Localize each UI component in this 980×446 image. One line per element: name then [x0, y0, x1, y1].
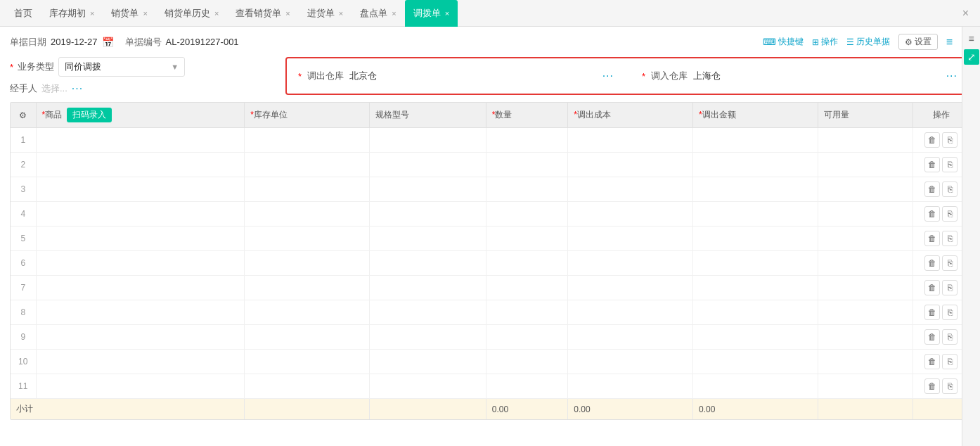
row-qty[interactable] [486, 276, 568, 300]
row-unit[interactable] [245, 251, 370, 276]
delete-row-button[interactable]: 🗑 [924, 231, 940, 246]
row-product[interactable] [36, 325, 245, 350]
tab-close-transfer-order[interactable]: × [445, 9, 449, 18]
person-select[interactable]: 选择... [41, 82, 67, 95]
row-unit[interactable] [245, 374, 370, 399]
row-unit[interactable] [245, 177, 370, 202]
row-spec[interactable] [370, 153, 486, 177]
delete-row-button[interactable]: 🗑 [924, 206, 940, 222]
delete-row-button[interactable]: 🗑 [924, 305, 940, 320]
row-cost[interactable] [568, 251, 693, 276]
row-product[interactable] [36, 251, 245, 276]
business-type-select[interactable]: 同价调拨 ▼ [58, 57, 185, 77]
row-amount[interactable] [693, 350, 818, 374]
row-amount[interactable] [693, 177, 818, 202]
row-available[interactable] [818, 276, 913, 300]
row-amount[interactable] [693, 128, 818, 153]
person-more-btn[interactable]: ··· [72, 82, 83, 95]
row-amount[interactable] [693, 300, 818, 325]
row-qty[interactable] [486, 177, 568, 202]
row-spec[interactable] [370, 251, 486, 276]
row-qty[interactable] [486, 227, 568, 251]
row-unit[interactable] [245, 300, 370, 325]
tab-close-inventory-init[interactable]: × [90, 9, 94, 18]
row-cost[interactable] [568, 227, 693, 251]
row-cost[interactable] [568, 300, 693, 325]
row-spec[interactable] [370, 177, 486, 202]
history-btn[interactable]: ☰ 历史单据 [846, 36, 890, 48]
row-product[interactable] [36, 177, 245, 202]
row-spec[interactable] [370, 374, 486, 399]
delete-row-button[interactable]: 🗑 [924, 181, 940, 197]
delete-row-button[interactable]: 🗑 [924, 354, 940, 369]
delete-row-button[interactable]: 🗑 [924, 255, 940, 271]
delete-row-button[interactable]: 🗑 [924, 280, 940, 295]
row-amount[interactable] [693, 276, 818, 300]
copy-row-button[interactable]: ⎘ [942, 255, 958, 271]
warehouse-out-more-btn[interactable]: ··· [602, 70, 614, 82]
copy-row-button[interactable]: ⎘ [942, 231, 958, 246]
row-unit[interactable] [245, 128, 370, 153]
row-available[interactable] [818, 153, 913, 177]
delete-row-button[interactable]: 🗑 [924, 329, 940, 345]
tab-close-inventory-check[interactable]: × [392, 9, 396, 18]
row-cost[interactable] [568, 153, 693, 177]
tab-close-view-sales[interactable]: × [285, 9, 290, 18]
row-available[interactable] [818, 227, 913, 251]
row-product[interactable] [36, 128, 245, 153]
row-amount[interactable] [693, 251, 818, 276]
delete-row-button[interactable]: 🗑 [924, 132, 940, 148]
row-unit[interactable] [245, 202, 370, 227]
row-available[interactable] [818, 300, 913, 325]
copy-row-button[interactable]: ⎘ [942, 157, 958, 172]
row-spec[interactable] [370, 350, 486, 374]
row-qty[interactable] [486, 300, 568, 325]
window-close-button[interactable]: × [957, 7, 974, 20]
row-available[interactable] [818, 325, 913, 350]
row-cost[interactable] [568, 128, 693, 153]
col-settings[interactable]: ⚙ [11, 103, 36, 128]
row-product[interactable] [36, 300, 245, 325]
row-qty[interactable] [486, 153, 568, 177]
tab-sales-order[interactable]: 销货单 × [103, 0, 155, 27]
copy-row-button[interactable]: ⎘ [942, 280, 958, 295]
tab-inventory-init[interactable]: 库存期初 × [41, 0, 103, 27]
copy-row-button[interactable]: ⎘ [942, 305, 958, 320]
row-amount[interactable] [693, 325, 818, 350]
settings-button[interactable]: ⚙ 设置 [898, 34, 938, 50]
row-spec[interactable] [370, 202, 486, 227]
row-product[interactable] [36, 202, 245, 227]
row-unit[interactable] [245, 227, 370, 251]
row-product[interactable] [36, 227, 245, 251]
tab-transfer-order[interactable]: 调拨单 × [405, 0, 458, 27]
tab-close-purchase-order[interactable]: × [339, 9, 343, 18]
copy-row-button[interactable]: ⎘ [942, 132, 958, 148]
warehouse-in-more-btn[interactable]: ··· [946, 70, 958, 82]
row-product[interactable] [36, 276, 245, 300]
row-unit[interactable] [245, 350, 370, 374]
scan-button[interactable]: 扫码录入 [67, 108, 112, 122]
row-unit[interactable] [245, 325, 370, 350]
copy-row-button[interactable]: ⎘ [942, 206, 958, 222]
row-spec[interactable] [370, 300, 486, 325]
row-unit[interactable] [245, 153, 370, 177]
row-unit[interactable] [245, 276, 370, 300]
row-spec[interactable] [370, 128, 486, 153]
row-available[interactable] [818, 251, 913, 276]
tab-sales-history[interactable]: 销货单历史 × [156, 0, 227, 27]
row-available[interactable] [818, 350, 913, 374]
copy-row-button[interactable]: ⎘ [942, 329, 958, 345]
row-qty[interactable] [486, 251, 568, 276]
sidebar-list-icon[interactable]: ≡ [964, 31, 979, 46]
row-spec[interactable] [370, 325, 486, 350]
copy-row-button[interactable]: ⎘ [942, 354, 958, 369]
operate-btn[interactable]: ⊞ 操作 [812, 36, 838, 48]
row-cost[interactable] [568, 177, 693, 202]
row-available[interactable] [818, 177, 913, 202]
row-product[interactable] [36, 153, 245, 177]
row-qty[interactable] [486, 128, 568, 153]
tab-inventory-check[interactable]: 盘点单 × [352, 0, 404, 27]
row-product[interactable] [36, 374, 245, 399]
row-amount[interactable] [693, 374, 818, 399]
row-available[interactable] [818, 128, 913, 153]
